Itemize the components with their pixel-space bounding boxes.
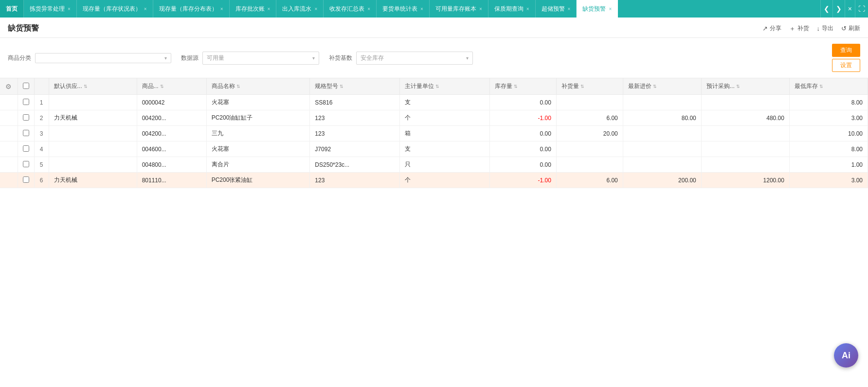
col-min-stock-label: 最低库存	[795, 82, 818, 90]
tab-receipt-summary-label: 收发存汇总表	[329, 5, 364, 13]
row-checkbox-cell[interactable]	[18, 126, 34, 141]
column-settings-icon[interactable]: ⚙	[5, 83, 12, 90]
col-latest-price-sort-icon[interactable]: ⇅	[653, 84, 657, 89]
tab-fullscreen-btn[interactable]: ⛶	[855, 0, 868, 18]
col-replenish-qty-sort-icon[interactable]: ⇅	[580, 84, 584, 89]
col-spec-sort-icon[interactable]: ⇅	[340, 84, 344, 89]
row-est-purchase-cell: 1200.00	[701, 173, 789, 188]
select-all-checkbox[interactable]	[23, 83, 29, 89]
row-product-code-cell: 0000042	[137, 95, 206, 110]
tab-inventory-status[interactable]: 现存量（库存状况表） ×	[77, 0, 153, 18]
row-checkbox-cell[interactable]	[18, 157, 34, 173]
row-checkbox[interactable]	[23, 114, 29, 121]
row-checkbox[interactable]	[23, 176, 29, 183]
row-supplier-cell: 力天机械	[49, 110, 137, 126]
tab-inout-flow-close[interactable]: ×	[314, 6, 317, 12]
row-checkbox-cell[interactable]	[18, 141, 34, 157]
col-min-stock-sort-icon[interactable]: ⇅	[819, 84, 823, 89]
settings-button[interactable]: 设置	[832, 59, 860, 72]
row-est-purchase-cell	[701, 126, 789, 141]
tab-overstock-close[interactable]: ×	[568, 6, 571, 12]
row-settings-cell	[0, 126, 18, 141]
row-checkbox[interactable]	[23, 130, 29, 136]
tab-overstock[interactable]: 超储预警 ×	[536, 0, 577, 18]
row-latest-price-cell	[623, 157, 701, 173]
row-checkbox[interactable]	[23, 161, 29, 167]
tab-demand-stats[interactable]: 要货单统计表 ×	[377, 0, 430, 18]
row-checkbox-cell[interactable]	[18, 110, 34, 126]
col-default-supplier: 默认供应... ⇅	[49, 78, 137, 95]
row-num-cell: 1	[34, 95, 49, 110]
tab-home[interactable]: 首页	[0, 0, 24, 18]
col-product-code-sort-icon[interactable]: ⇅	[160, 84, 164, 89]
row-spec-cell: DS250*23c...	[310, 157, 400, 173]
col-default-supplier-sort-icon[interactable]: ⇅	[84, 84, 88, 89]
tab-available-ledger[interactable]: 可用量库存账本 ×	[430, 0, 488, 18]
tab-abnormal[interactable]: 拣货异常处理 ×	[24, 0, 77, 18]
row-stock-qty-cell: 0.00	[490, 141, 557, 157]
tab-abnormal-close[interactable]: ×	[68, 6, 71, 12]
share-button[interactable]: ↗ 分享	[762, 24, 781, 33]
tab-inout-flow[interactable]: 出入库流水 ×	[276, 0, 324, 18]
datasource-filter-label: 数据源	[181, 54, 199, 62]
tab-demand-stats-close[interactable]: ×	[420, 6, 423, 12]
col-product-name-sort-icon[interactable]: ⇅	[236, 84, 240, 89]
row-stock-qty-cell: 0.00	[490, 95, 557, 110]
replenish-button[interactable]: ＋ 补货	[789, 24, 809, 33]
col-unit-sort-icon[interactable]: ⇅	[435, 84, 439, 89]
ai-badge[interactable]: Ai	[834, 343, 858, 368]
row-checkbox[interactable]	[23, 145, 29, 152]
row-checkbox[interactable]	[23, 99, 29, 105]
col-spec-label: 规格型号	[315, 82, 338, 90]
export-button[interactable]: ↓ 导出	[817, 24, 834, 33]
refresh-label: 刷新	[849, 24, 860, 33]
tab-batch-account[interactable]: 库存批次账 ×	[230, 0, 277, 18]
tab-expiry-query-close[interactable]: ×	[526, 6, 529, 12]
replenish-icon: ＋	[789, 24, 796, 33]
row-min-stock-cell: 3.00	[789, 173, 868, 188]
refresh-button[interactable]: ↺ 刷新	[841, 24, 860, 33]
export-icon: ↓	[817, 25, 820, 32]
tab-next-btn[interactable]: ❯	[832, 0, 845, 18]
col-spec: 规格型号 ⇅	[310, 78, 400, 95]
replenish-label: 补货	[797, 24, 809, 33]
row-stock-qty-cell: 0.00	[490, 126, 557, 141]
row-product-name-cell: PC200张紧油缸	[206, 173, 310, 188]
tab-available-ledger-close[interactable]: ×	[479, 6, 482, 12]
datasource-select-arrow-icon: ▾	[312, 55, 315, 61]
row-min-stock-cell: 3.00	[789, 110, 868, 126]
tab-inventory-dist-close[interactable]: ×	[220, 6, 223, 12]
row-stock-qty-cell: -1.00	[490, 173, 557, 188]
tab-demand-stats-label: 要货单统计表	[382, 5, 417, 13]
col-est-purchase-sort-icon[interactable]: ⇅	[736, 84, 740, 89]
col-latest-price-label: 最新进价	[628, 82, 651, 90]
replenish-base-select[interactable]: 安全库存 ▾	[356, 52, 473, 65]
tab-shortage[interactable]: 缺货预警 ×	[577, 0, 618, 18]
row-checkbox-cell[interactable]	[18, 95, 34, 110]
tab-batch-account-close[interactable]: ×	[268, 6, 271, 12]
tab-receipt-summary[interactable]: 收发存汇总表 ×	[324, 0, 377, 18]
col-stock-qty-label: 库存量	[495, 82, 512, 90]
row-replenish-qty-cell: 6.00	[556, 110, 623, 126]
export-label: 导出	[822, 24, 833, 33]
tab-inventory-dist[interactable]: 现存量（库存分布表） ×	[153, 0, 230, 18]
tab-close-all-btn[interactable]: ×	[845, 0, 855, 18]
tab-prev-btn[interactable]: ❮	[820, 0, 832, 18]
col-stock-qty-sort-icon[interactable]: ⇅	[514, 84, 518, 89]
query-button[interactable]: 查询	[832, 44, 860, 57]
row-checkbox-cell[interactable]	[18, 173, 34, 188]
row-spec-cell: J7092	[310, 141, 400, 157]
tab-receipt-summary-close[interactable]: ×	[367, 6, 370, 12]
category-filter-label: 商品分类	[8, 54, 31, 62]
tab-shortage-close[interactable]: ×	[609, 6, 612, 12]
col-est-purchase: 预计采购... ⇅	[701, 78, 789, 95]
tab-inventory-status-close[interactable]: ×	[144, 6, 147, 12]
row-est-purchase-cell	[701, 157, 789, 173]
refresh-icon: ↺	[841, 25, 847, 32]
datasource-select[interactable]: 可用量 ▾	[202, 52, 319, 65]
category-select[interactable]: ▾	[35, 53, 171, 63]
row-est-purchase-cell	[701, 95, 789, 110]
col-unit-label: 主计量单位	[405, 82, 434, 90]
row-product-code-cell: 801110...	[137, 173, 206, 188]
tab-expiry-query[interactable]: 保质期查询 ×	[488, 0, 536, 18]
